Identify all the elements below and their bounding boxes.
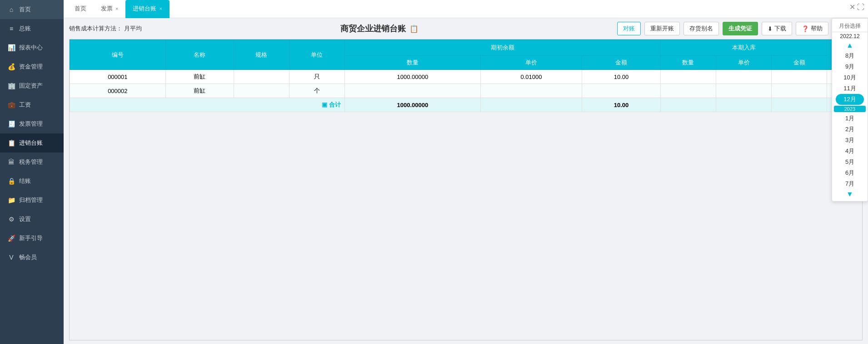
sidebar-item-invoice-management[interactable]: 🧾 发票管理 [0, 114, 64, 133]
tab-home[interactable]: 首页 [67, 0, 94, 18]
tab-invoice[interactable]: 发票 × [94, 0, 125, 18]
row1-id: 000001 [70, 70, 166, 84]
col-opening-price: 单价 [480, 56, 582, 70]
vip-icon: V [7, 253, 15, 261]
col-opening-qty: 数量 [344, 56, 480, 70]
row1-opening-qty: 1000.00000 [344, 70, 480, 84]
tab-purchase-sales[interactable]: 进销台账 × [125, 0, 169, 18]
settings-icon: ⚙ [7, 215, 15, 223]
reconcile-button[interactable]: 对账 [617, 22, 641, 35]
col-unit: 单位 [289, 40, 344, 70]
month-item-5[interactable]: 5月 [832, 157, 868, 167]
month-item-12[interactable]: 12月 [836, 94, 864, 105]
sidebar: ⌂ 首页 ≡ 总账 📊 报表中心 💰 资金管理 🏢 固定资产 💼 工资 🧾 发票… [0, 0, 64, 344]
total-opening-price [480, 98, 582, 112]
month-item-1[interactable]: 1月 [832, 113, 868, 124]
tax-icon: 🏛 [7, 158, 15, 166]
fund-icon: 💰 [7, 63, 15, 71]
row2-in-price [716, 84, 771, 98]
tab-purchase-sales-close[interactable]: × [159, 6, 162, 11]
month-item-9[interactable]: 9月 [832, 61, 868, 72]
sidebar-item-fund-management[interactable]: 💰 资金管理 [0, 57, 64, 76]
assets-icon: 🏢 [7, 82, 15, 90]
col-opening-amount: 金额 [582, 56, 661, 70]
row1-in-price [716, 70, 771, 84]
help-icon: ❓ [802, 25, 809, 32]
sidebar-item-tax-management[interactable]: 🏛 税务管理 [0, 152, 64, 172]
download-icon: ⬇ [768, 25, 773, 32]
home-icon: ⌂ [7, 5, 15, 14]
total-opening-qty: 1000.00000 [344, 98, 480, 112]
toolbar: 对账 重新开账 存货别名 生成凭证 ⬇ 下载 ❓ 帮助 ↻ 刷新 [617, 22, 863, 35]
generate-voucher-button[interactable]: 生成凭证 [723, 22, 758, 35]
sidebar-item-vip[interactable]: V 畅会员 [0, 248, 64, 267]
archive-icon: 📁 [7, 196, 15, 204]
row2-in-amount [772, 84, 827, 98]
row2-in-qty [660, 84, 716, 98]
sidebar-item-fixed-assets[interactable]: 🏢 固定资产 [0, 76, 64, 95]
month-nav-up[interactable]: ▲ [832, 40, 868, 50]
total-in-qty [660, 98, 716, 112]
report-icon: 📊 [7, 44, 15, 52]
sidebar-item-guide[interactable]: 🚀 新手引导 [0, 229, 64, 248]
month-selector-panel: 月份选择 2022.12 ▲ 8月 9月 10月 11月 12月 2023 1月… [832, 18, 868, 201]
edit-icon[interactable]: 📋 [409, 25, 419, 33]
table-container: 编号 名称 规格 单位 期初余额 本期入库 数 数量 单价 金额 数量 单价 [69, 39, 863, 340]
sidebar-item-purchase-sales[interactable]: 📋 进销台账 [0, 133, 64, 152]
row1-in-amount [772, 70, 827, 84]
row2-name: 前缸 [165, 84, 234, 98]
save-alias-button[interactable]: 存货别名 [683, 22, 719, 35]
col-name: 名称 [165, 40, 234, 70]
row2-spec [234, 84, 289, 98]
row1-spec [234, 70, 289, 84]
close-account-icon: 🔒 [7, 177, 15, 185]
month-item-8[interactable]: 8月 [832, 50, 868, 61]
total-row: ▣合计 1000.00000 10.00 [70, 98, 862, 112]
row1-opening-price: 0.01000 [480, 70, 582, 84]
sidebar-item-close-account[interactable]: 🔒 结账 [0, 172, 64, 191]
window-maximize-button[interactable]: ⛶ [857, 3, 864, 11]
info-bar: 销售成本计算方法： 月平均 商贸企业进销台账 📋 对账 重新开账 存货别名 生成… [69, 22, 863, 35]
download-button[interactable]: ⬇ 下载 [762, 22, 792, 35]
month-item-3[interactable]: 3月 [832, 135, 868, 146]
col-period-in: 本期入库 [660, 40, 827, 56]
tab-invoice-close[interactable]: × [115, 6, 118, 11]
reopen-button[interactable]: 重新开账 [644, 22, 680, 35]
row2-unit: 个 [289, 84, 344, 98]
row2-opening-amount [582, 84, 661, 98]
col-in-price: 单价 [716, 56, 771, 70]
month-panel-title: 月份选择 [832, 20, 868, 32]
month-item-11[interactable]: 11月 [832, 83, 868, 94]
help-button[interactable]: ❓ 帮助 [796, 22, 828, 35]
sidebar-item-report-center[interactable]: 📊 报表中心 [0, 38, 64, 57]
row2-id: 000002 [70, 84, 166, 98]
main-area: 首页 发票 × 进销台账 × ✕ ⛶ 销售成本计算方法： 月平均 商贸企业进销台… [64, 0, 868, 344]
content-area: 销售成本计算方法： 月平均 商贸企业进销台账 📋 对账 重新开账 存货别名 生成… [64, 18, 868, 344]
row1-unit: 只 [289, 70, 344, 84]
total-label: ▣合计 [70, 98, 345, 112]
month-item-10[interactable]: 10月 [832, 72, 868, 83]
ledger-icon: ≡ [7, 25, 15, 33]
total-opening-amount: 10.00 [582, 98, 661, 112]
sidebar-item-home[interactable]: ⌂ 首页 [0, 0, 64, 19]
ledger-table: 编号 名称 规格 单位 期初余额 本期入库 数 数量 单价 金额 数量 单价 [70, 39, 862, 112]
month-item-7[interactable]: 7月 [832, 178, 868, 189]
sidebar-item-payroll[interactable]: 💼 工资 [0, 95, 64, 114]
month-item-2[interactable]: 2月 [832, 124, 868, 135]
window-close-button[interactable]: ✕ [849, 3, 855, 11]
total-in-amount [772, 98, 827, 112]
cost-method: 销售成本计算方法： 月平均 [69, 25, 142, 33]
guide-icon: 🚀 [7, 234, 15, 242]
month-nav-down[interactable]: ▼ [832, 189, 868, 199]
window-controls: ✕ ⛶ [846, 0, 868, 14]
sidebar-item-settings[interactable]: ⚙ 设置 [0, 210, 64, 229]
month-item-6[interactable]: 6月 [832, 167, 868, 178]
tab-bar: 首页 发票 × 进销台账 × ✕ ⛶ [64, 0, 868, 18]
year-2023-tag: 2023 [834, 106, 866, 112]
sidebar-item-archive[interactable]: 📁 归档管理 [0, 191, 64, 210]
sidebar-item-general-ledger[interactable]: ≡ 总账 [0, 19, 64, 38]
month-item-4[interactable]: 4月 [832, 146, 868, 157]
purchase-sales-icon: 📋 [7, 139, 15, 147]
col-id: 编号 [70, 40, 166, 70]
table-row: 000001 前缸 只 1000.00000 0.01000 10.00 [70, 70, 862, 84]
